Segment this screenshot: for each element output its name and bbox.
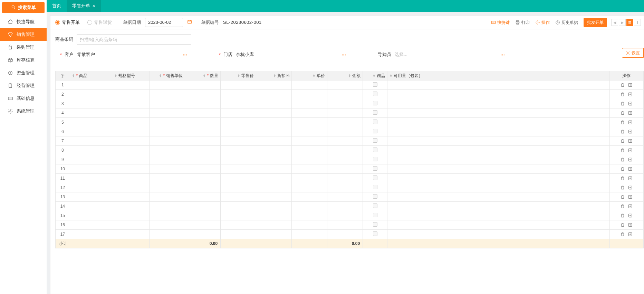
cell[interactable] (185, 220, 221, 230)
gift-cell[interactable] (363, 220, 387, 230)
sidebar-item-4[interactable]: 资金管理 (0, 66, 47, 79)
cell[interactable] (221, 155, 256, 164)
cell[interactable] (70, 90, 112, 99)
cell[interactable] (221, 80, 256, 90)
checkbox-icon[interactable] (373, 194, 377, 199)
cell[interactable] (292, 164, 327, 174)
add-row-icon[interactable] (628, 139, 633, 143)
checkbox-icon[interactable] (373, 138, 377, 143)
cell[interactable] (70, 136, 112, 146)
guide-picker-button[interactable]: ⋯ (499, 52, 507, 57)
cell[interactable] (112, 164, 150, 174)
cell[interactable] (112, 99, 150, 108)
cell[interactable] (221, 174, 256, 183)
cell[interactable] (221, 99, 256, 108)
cell[interactable] (327, 80, 363, 90)
mode-return-radio[interactable]: 零售退货 (87, 19, 112, 26)
cell[interactable] (292, 90, 327, 99)
add-row-icon[interactable] (628, 111, 633, 115)
calendar-icon[interactable] (187, 19, 192, 25)
cell[interactable] (185, 127, 221, 136)
cell[interactable] (70, 164, 112, 174)
cell[interactable] (185, 174, 221, 183)
cell[interactable] (185, 155, 221, 164)
cell[interactable] (150, 192, 185, 202)
delete-icon[interactable] (620, 111, 625, 115)
cell[interactable] (327, 183, 363, 192)
cell[interactable] (150, 118, 185, 127)
gift-cell[interactable] (363, 211, 387, 220)
cell[interactable] (70, 202, 112, 211)
cell[interactable] (256, 174, 292, 183)
date-input[interactable] (145, 18, 183, 27)
col-spec[interactable]: 规格型号 (112, 71, 150, 80)
available-cell[interactable] (387, 220, 610, 230)
cell[interactable] (185, 118, 221, 127)
checkbox-icon[interactable] (373, 101, 377, 105)
barcode-input[interactable] (77, 34, 191, 45)
cell[interactable] (327, 192, 363, 202)
cell[interactable] (70, 230, 112, 239)
checkbox-icon[interactable] (373, 92, 377, 96)
cell[interactable] (292, 211, 327, 220)
cell[interactable] (150, 108, 185, 118)
cell[interactable] (185, 80, 221, 90)
cell[interactable] (185, 164, 221, 174)
cell[interactable] (70, 192, 112, 202)
table-row[interactable]: 7 (56, 136, 644, 146)
cell[interactable] (256, 146, 292, 155)
cell[interactable] (221, 230, 256, 239)
cell[interactable] (150, 174, 185, 183)
delete-icon[interactable] (620, 222, 625, 227)
checkbox-icon[interactable] (373, 157, 377, 161)
cell[interactable] (70, 174, 112, 183)
available-cell[interactable] (387, 118, 610, 127)
cell[interactable] (221, 108, 256, 118)
cell[interactable] (70, 220, 112, 230)
available-cell[interactable] (387, 136, 610, 146)
add-row-icon[interactable] (628, 92, 633, 97)
checkbox-icon[interactable] (373, 213, 377, 217)
cell[interactable] (70, 211, 112, 220)
cell[interactable] (185, 183, 221, 192)
checkbox-icon[interactable] (373, 185, 377, 189)
cell[interactable] (327, 155, 363, 164)
delete-icon[interactable] (620, 129, 625, 134)
cell[interactable] (185, 136, 221, 146)
add-row-icon[interactable] (628, 83, 633, 87)
cell[interactable] (256, 211, 292, 220)
cell[interactable] (150, 202, 185, 211)
cell[interactable] (221, 164, 256, 174)
cell[interactable] (150, 211, 185, 220)
gift-cell[interactable] (363, 99, 387, 108)
customer-input[interactable] (76, 50, 179, 59)
delete-icon[interactable] (620, 101, 625, 106)
table-row[interactable]: 8 (56, 146, 644, 155)
store-picker-button[interactable]: ⋯ (340, 52, 348, 57)
cell[interactable] (112, 211, 150, 220)
delete-icon[interactable] (620, 204, 625, 209)
add-row-icon[interactable] (628, 120, 633, 125)
cell[interactable] (292, 220, 327, 230)
add-row-icon[interactable] (628, 129, 633, 134)
cell[interactable] (292, 230, 327, 239)
cell[interactable] (256, 164, 292, 174)
add-row-icon[interactable] (628, 195, 633, 199)
cell[interactable] (292, 146, 327, 155)
cell[interactable] (256, 202, 292, 211)
cell[interactable] (221, 220, 256, 230)
cell[interactable] (256, 230, 292, 239)
available-cell[interactable] (387, 183, 610, 192)
cell[interactable] (292, 108, 327, 118)
cell[interactable] (327, 136, 363, 146)
col-config[interactable] (56, 71, 70, 80)
table-row[interactable]: 2 (56, 90, 644, 99)
bulk-order-button[interactable]: 批发开单 (584, 18, 607, 27)
cell[interactable] (256, 99, 292, 108)
cell[interactable] (70, 146, 112, 155)
table-row[interactable]: 11 (56, 174, 644, 183)
available-cell[interactable] (387, 192, 610, 202)
cell[interactable] (70, 80, 112, 90)
cell[interactable] (292, 99, 327, 108)
available-cell[interactable] (387, 127, 610, 136)
